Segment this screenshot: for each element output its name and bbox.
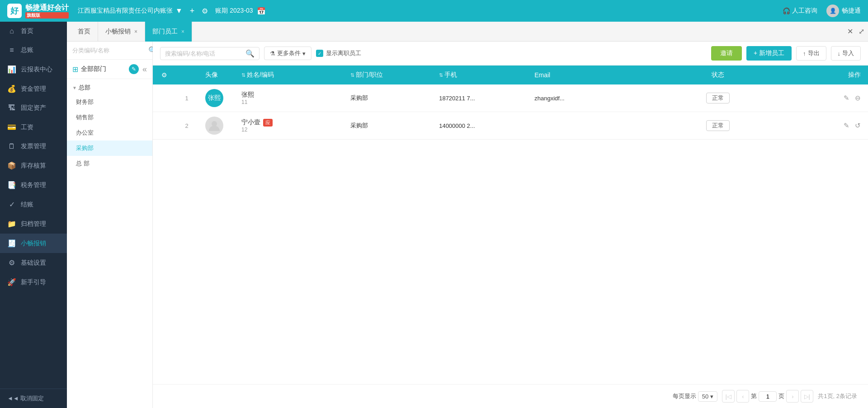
th-name[interactable]: ⇅ 姓名/编码 [234, 66, 343, 84]
table-settings-icon[interactable]: ⚙ [161, 71, 167, 79]
tab-dept-employee[interactable]: 部门员工 × [145, 22, 192, 42]
sidebar-item-expense[interactable]: 🧾 小畅报销 [0, 234, 67, 253]
row2-edit-icon[interactable]: ✎ [844, 122, 849, 130]
import-button[interactable]: ↓ 导入 [831, 46, 861, 61]
sidebar-label-salary: 工资 [21, 123, 33, 131]
dept-grid-icon: ⊞ [72, 65, 78, 74]
home-icon: ⌂ [7, 27, 16, 35]
prev-page-button[interactable]: ‹ [736, 390, 749, 403]
page-number-input[interactable] [759, 391, 777, 402]
sidebar-item-archive[interactable]: 📁 归档管理 [0, 214, 67, 234]
dept-collapse-icon[interactable]: « [142, 65, 147, 74]
dept-item-general[interactable]: 总 部 [67, 156, 152, 171]
add-button[interactable]: + [190, 6, 195, 16]
sidebar-label-expense: 小畅报销 [21, 239, 46, 248]
add-employee-button[interactable]: + 新增员工 [746, 46, 792, 61]
th-dept[interactable]: ⇅ 部门/职位 [343, 66, 432, 84]
dept-add-icon[interactable]: ✎ [129, 64, 139, 74]
sidebar-label-settings: 基础设置 [21, 259, 46, 267]
all-dept-label: 全部部门 [81, 65, 106, 73]
th-settings[interactable]: ⚙ [153, 66, 175, 84]
row1-avatar-text: 张熙 [208, 94, 221, 102]
sidebar-item-ledger[interactable]: ≡ 总账 [0, 41, 67, 60]
row1-code: 11 [241, 99, 336, 105]
sidebar-item-assets[interactable]: 🏗 固定资产 [0, 98, 67, 117]
dept-group-label: 总部 [79, 84, 90, 92]
user-menu[interactable]: 👤 畅捷通 [826, 5, 861, 17]
close-dept-tab[interactable]: × [181, 28, 184, 35]
unpin-button[interactable]: ◄◄ 取消固定 [0, 389, 67, 408]
dept-item-purchasing[interactable]: 采购部 [67, 141, 152, 156]
sidebar-label-funds: 资金管理 [21, 85, 46, 93]
tab-home[interactable]: 首页 [71, 22, 98, 42]
page-size-label: 每页显示 [673, 392, 696, 400]
sidebar-item-reports[interactable]: 📊 云报表中心 [0, 60, 67, 79]
filter-button[interactable]: ⚗ 更多条件 ▾ [264, 47, 311, 60]
sidebar-item-settings[interactable]: ⚙ 基础设置 [0, 253, 67, 272]
page-size-dropdown[interactable]: 50 ▾ [698, 391, 717, 402]
show-resigned-toggle[interactable]: ✓ 显示离职员工 [316, 49, 361, 57]
row2-code: 12 [241, 127, 336, 133]
next-page-button[interactable]: › [786, 390, 799, 403]
dept-sales-label: 销售部 [76, 113, 94, 122]
dept-search-container: 🔍 [67, 42, 152, 60]
sidebar-item-closing[interactable]: ✓ 结账 [0, 195, 67, 214]
dept-item-office[interactable]: 办公室 [67, 125, 152, 141]
settings-icon[interactable]: ⚙ [202, 7, 208, 15]
sidebar-item-invoice[interactable]: 🗒 发票管理 [0, 137, 67, 156]
top-header: 好 畅捷通好会计 旗舰版 江西服宝精品有限责任公司内账张 ▼ + ⚙ 账期 20… [0, 0, 868, 22]
invite-button[interactable]: 邀请 [711, 46, 742, 61]
page-size-select: 每页显示 50 ▾ [673, 391, 717, 402]
service-button[interactable]: 🎧 人工咨询 [783, 7, 817, 15]
sidebar-item-salary[interactable]: 💳 工资 [0, 117, 67, 137]
export-button[interactable]: ↑ 导出 [796, 46, 826, 61]
sidebar-label-archive: 归档管理 [21, 220, 46, 228]
company-name: 江西服宝精品有限责任公司内账张 [78, 7, 173, 15]
row2-refresh-icon[interactable]: ↺ [855, 122, 861, 130]
table-header: ⚙ 头像 ⇅ 姓名/编码 [153, 66, 868, 84]
close-window-btn[interactable]: ✕ [847, 27, 853, 36]
page-content: 🔍 ⊞ 全部部门 ✎ « ▼ 总部 财务部 [67, 42, 868, 408]
close-expense-tab[interactable]: × [134, 28, 137, 35]
th-email: Email [527, 66, 650, 84]
sidebar-item-home[interactable]: ⌂ 首页 [0, 22, 67, 41]
employee-table: ⚙ 头像 ⇅ 姓名/编码 [153, 66, 868, 384]
dept-item-sales[interactable]: 销售部 [67, 110, 152, 125]
row2-email-cell [527, 112, 650, 140]
guide-icon: 🚀 [7, 278, 16, 286]
row1-edit-icon[interactable]: ✎ [844, 94, 849, 102]
employee-search-box: 🔍 [160, 47, 259, 60]
all-dept-header[interactable]: ⊞ 全部部门 ✎ « [67, 60, 152, 79]
sidebar-item-guide[interactable]: 🚀 新手引导 [0, 272, 67, 292]
show-resigned-checkbox[interactable]: ✓ [316, 50, 323, 57]
maximize-window-btn[interactable]: ⤢ [859, 27, 864, 36]
tab-expense[interactable]: 小畅报销 × [98, 22, 145, 42]
dept-search-input[interactable] [72, 47, 148, 54]
dept-item-finance[interactable]: 财务部 [67, 94, 152, 110]
sidebar-label-invoice: 发票管理 [21, 142, 46, 150]
company-dropdown-icon[interactable]: ▼ [175, 7, 183, 15]
row2-status: 正常 [706, 120, 730, 131]
first-page-button[interactable]: |◁ [722, 390, 735, 403]
last-page-button[interactable]: ▷| [801, 390, 813, 403]
row1-logout-icon[interactable]: ⊖ [855, 94, 861, 102]
inventory-icon: 📦 [7, 161, 16, 170]
content-area: 首页 小畅报销 × 部门员工 × ✕ ⤢ 🔍 [67, 22, 868, 408]
sidebar-item-inventory[interactable]: 📦 库存核算 [0, 156, 67, 175]
main-layout: ⌂ 首页 ≡ 总账 📊 云报表中心 💰 资金管理 🏗 固定资产 💳 工资 🗒 发… [0, 22, 868, 408]
row1-name-cell: 张熙 11 [234, 84, 343, 112]
employee-search-input[interactable] [165, 50, 243, 57]
dept-group-headquarters[interactable]: ▼ 总部 [67, 81, 152, 94]
dept-purchasing-label: 采购部 [76, 144, 94, 152]
period-label: 账期 2023-03 [215, 7, 253, 15]
row2-check [153, 112, 175, 140]
headset-icon: 🎧 [783, 7, 790, 14]
expense-icon: 🧾 [7, 239, 16, 248]
sidebar-item-tax[interactable]: 📑 税务管理 [0, 175, 67, 195]
sidebar-item-funds[interactable]: 💰 资金管理 [0, 79, 67, 98]
row1-name: 张熙 [241, 91, 336, 99]
th-phone[interactable]: ⇅ 手机 [432, 66, 527, 84]
calendar-icon[interactable]: 📅 [257, 7, 266, 15]
employee-search-icon[interactable]: 🔍 [245, 49, 255, 58]
row1-dept-cell: 采购部 [343, 84, 432, 112]
